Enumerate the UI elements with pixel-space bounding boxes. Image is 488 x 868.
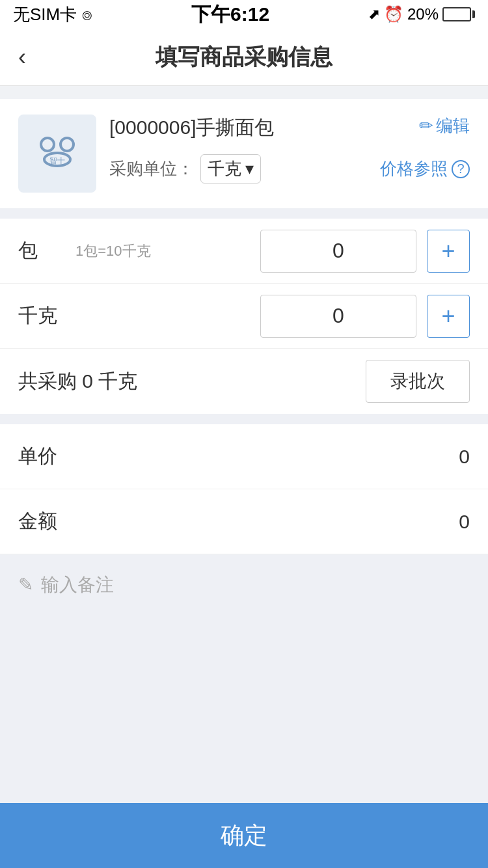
section-divider-1 <box>0 208 488 219</box>
alarm-icon: ⏰ <box>384 5 403 23</box>
confirm-button[interactable]: 确定 <box>0 803 488 868</box>
product-image: 智十 <box>18 115 96 193</box>
status-bar: 无SIM卡 ⌾ 下午6:12 ⬈ ⏰ 20% <box>0 0 488 29</box>
kg-row: 千克 0 + <box>0 284 488 349</box>
carrier-label: 无SIM卡 <box>13 3 77 26</box>
product-logo: 智十 <box>34 128 80 179</box>
svg-text:智十: 智十 <box>49 156 65 165</box>
price-ref-label: 价格参照 <box>380 157 448 180</box>
notes-placeholder: 输入备注 <box>41 573 114 597</box>
notes-section[interactable]: ✎ 输入备注 <box>0 554 488 685</box>
unit-price-label: 单价 <box>18 443 57 470</box>
product-name: [0000006]手撕面包 <box>109 115 274 141</box>
unit-price-row: 单价 0 <box>0 424 488 489</box>
product-info: [0000006]手撕面包 ✏ 编辑 采购单位： 千克 ▾ 价格参照 ? <box>109 115 470 183</box>
wifi-icon: ⌾ <box>82 5 92 25</box>
unit-label: 采购单位： <box>109 157 194 180</box>
price-ref-help-icon: ? <box>452 160 470 178</box>
status-left: 无SIM卡 ⌾ <box>13 3 92 26</box>
unit-price-value: 0 <box>459 446 470 468</box>
edit-icon: ✏ <box>419 116 433 136</box>
nav-bar: ‹ 填写商品采购信息 <box>0 29 488 86</box>
info-section: 单价 0 金额 0 <box>0 424 488 554</box>
battery-icon <box>442 7 475 21</box>
amount-value: 0 <box>459 511 470 533</box>
bag-sublabel: 1包=10千克 <box>75 241 151 261</box>
back-button[interactable]: ‹ <box>18 44 26 71</box>
unit-value: 千克 <box>208 157 241 180</box>
kg-input-wrap: 0 + <box>70 295 470 338</box>
product-name-row: [0000006]手撕面包 ✏ 编辑 <box>109 115 470 141</box>
unit-select[interactable]: 千克 ▾ <box>200 154 261 183</box>
kg-quantity-value: 0 <box>332 304 344 328</box>
bag-row: 包 1包=10千克 0 + <box>0 219 488 284</box>
status-right: ⬈ ⏰ 20% <box>368 5 475 23</box>
batch-button[interactable]: 录批次 <box>366 360 470 403</box>
bag-label: 包 <box>18 237 70 264</box>
bag-input-wrap: 0 + <box>151 230 470 273</box>
summary-row: 共采购 0 千克 录批次 <box>0 349 488 414</box>
svg-point-1 <box>61 138 74 151</box>
main-content: 智十 [0000006]手撕面包 ✏ 编辑 采购单位： 千克 ▾ <box>0 99 488 868</box>
product-card: 智十 [0000006]手撕面包 ✏ 编辑 采购单位： 千克 ▾ <box>0 99 488 208</box>
amount-row: 金额 0 <box>0 489 488 554</box>
kg-label: 千克 <box>18 303 70 329</box>
bag-plus-button[interactable]: + <box>427 230 470 273</box>
bag-quantity-input[interactable]: 0 <box>260 230 416 273</box>
kg-quantity-input[interactable]: 0 <box>260 295 416 338</box>
unit-row: 采购单位： 千克 ▾ 价格参照 ? <box>109 154 470 183</box>
page-title: 填写商品采购信息 <box>156 42 332 72</box>
notes-pencil-icon: ✎ <box>18 574 33 595</box>
edit-label: 编辑 <box>436 115 470 137</box>
location-icon: ⬈ <box>368 6 380 23</box>
battery-pct: 20% <box>407 5 439 23</box>
edit-button[interactable]: ✏ 编辑 <box>419 115 470 137</box>
form-section: 包 1包=10千克 0 + 千克 0 + 共采购 0 千克 录批次 <box>0 219 488 414</box>
kg-plus-button[interactable]: + <box>427 295 470 338</box>
svg-point-0 <box>41 138 54 151</box>
summary-text: 共采购 0 千克 <box>18 368 137 395</box>
price-ref-button[interactable]: 价格参照 ? <box>380 157 470 180</box>
bag-quantity-value: 0 <box>332 239 344 263</box>
unit-arrow-icon: ▾ <box>245 159 254 179</box>
time-label: 下午6:12 <box>191 1 269 28</box>
amount-label: 金额 <box>18 508 57 535</box>
section-divider-2 <box>0 414 488 424</box>
confirm-label: 确定 <box>221 820 267 852</box>
